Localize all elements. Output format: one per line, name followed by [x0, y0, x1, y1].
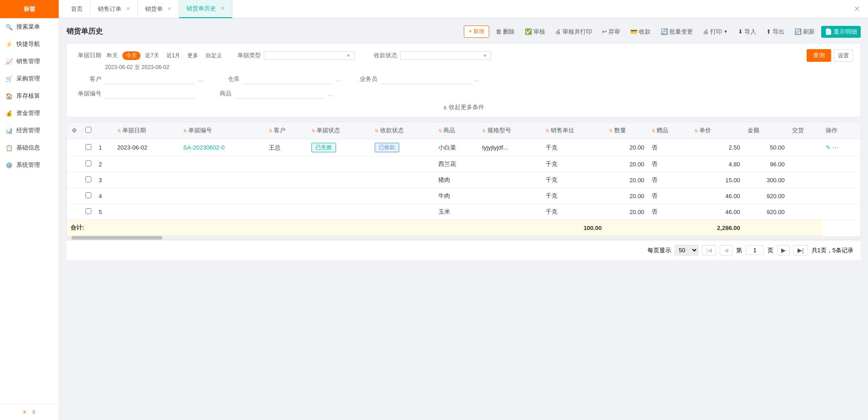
- batch-change-button[interactable]: 🔄 批量变更: [657, 26, 697, 38]
- row-doc-no[interactable]: [180, 204, 265, 220]
- table-header-checkbox[interactable]: [81, 122, 95, 139]
- row-gear: [67, 172, 81, 188]
- prev-page-button[interactable]: ◀: [720, 245, 733, 255]
- edit-button[interactable]: ✎: [826, 144, 831, 151]
- row-doc-no[interactable]: [180, 172, 265, 188]
- table-header-doc-status[interactable]: ⇅ 单据状态: [308, 122, 371, 139]
- customer-input[interactable]: [104, 74, 195, 84]
- tab-sales-goods-close[interactable]: ✕: [167, 6, 171, 12]
- doc-no-input[interactable]: [104, 89, 195, 99]
- sidebar-item-operations[interactable]: 📊 经营管理: [0, 122, 59, 139]
- collect-status-select[interactable]: ▼: [400, 51, 491, 60]
- delete-button[interactable]: 🗑 删除: [492, 26, 518, 38]
- row-qty: 20.00: [605, 156, 648, 172]
- table-header-doc-no[interactable]: ⇅ 单据编号: [180, 122, 265, 139]
- delete-icon: 🗑: [496, 28, 502, 35]
- settings-button[interactable]: 设置: [834, 49, 853, 62]
- show-detail-button[interactable]: 📄 显示明细: [821, 26, 861, 38]
- date-tag-custom[interactable]: 自定义: [203, 51, 225, 60]
- tab-home[interactable]: 首页: [64, 0, 90, 18]
- sidebar-item-inventory[interactable]: 🏠 库存核算: [0, 87, 59, 105]
- table-header-collect-status[interactable]: ⇅ 收款状态: [371, 122, 434, 139]
- row-spec: [478, 204, 542, 220]
- import-button[interactable]: ⬇ 导入: [734, 26, 760, 38]
- staff-input[interactable]: [380, 74, 471, 84]
- table-header-gift[interactable]: ⇅ 赠品: [648, 122, 691, 139]
- sidebar-item-quick-nav[interactable]: ⚡ 快捷导航: [0, 35, 59, 53]
- warehouse-input[interactable]: [242, 74, 333, 84]
- sidebar-pause-icon[interactable]: ⏸: [31, 409, 37, 415]
- date-tag-1month[interactable]: 近1月: [164, 51, 183, 60]
- table-header-doc-date[interactable]: ⇅ 单据日期: [114, 122, 180, 139]
- export-button[interactable]: ⬆ 导出: [763, 26, 788, 38]
- row-checkbox[interactable]: [81, 172, 95, 188]
- table-header-spec[interactable]: ⇅ 规格型号: [478, 122, 542, 139]
- staff-dots[interactable]: ...: [474, 75, 479, 83]
- sidebar-logo: 标签: [0, 0, 59, 18]
- page-number-input[interactable]: [746, 245, 764, 255]
- table-header-unit[interactable]: ⇅ 销售单位: [542, 122, 605, 139]
- table-header-price[interactable]: ⇅ 单价: [691, 122, 744, 139]
- print-button[interactable]: 🖨 打印 ▼: [699, 26, 732, 38]
- row-doc-no[interactable]: [180, 188, 265, 204]
- sidebar-sun-icon[interactable]: ☀: [22, 409, 27, 415]
- first-page-button[interactable]: |◀: [702, 245, 716, 255]
- tab-close-all[interactable]: ✕: [850, 5, 863, 13]
- sidebar-item-basic-info[interactable]: 📋 基础信息: [0, 139, 59, 156]
- row-select-checkbox[interactable]: [85, 176, 91, 182]
- per-page-select[interactable]: 50 20 100: [675, 245, 698, 255]
- row-gift: 否: [648, 172, 691, 188]
- customer-dots[interactable]: ...: [198, 75, 203, 83]
- row-trade: [788, 172, 822, 188]
- table-header-gear[interactable]: ⚙: [67, 122, 81, 139]
- sidebar-item-search-menu[interactable]: 🔍 搜索菜单: [0, 18, 59, 35]
- table-header-qty[interactable]: ⇅ 数量: [605, 122, 648, 139]
- date-tag-7days[interactable]: 近7天: [142, 51, 162, 60]
- row-select-checkbox[interactable]: [85, 208, 91, 214]
- row-checkbox[interactable]: [81, 188, 95, 204]
- row-select-checkbox[interactable]: [85, 160, 91, 166]
- tab-sales-history-close[interactable]: ✕: [221, 5, 225, 11]
- select-all-checkbox[interactable]: [85, 127, 91, 133]
- goods-dots[interactable]: ...: [328, 90, 333, 97]
- collect-button[interactable]: 💳 收款: [627, 26, 654, 38]
- collapse-button[interactable]: ∧ 收起更多条件: [443, 103, 484, 111]
- tab-sales-order[interactable]: 销售订单 ✕: [90, 0, 138, 18]
- audit-print-button[interactable]: 🖨 审核并打印: [552, 26, 596, 38]
- table-scrollbar[interactable]: [67, 236, 860, 240]
- scrollbar-thumb[interactable]: [71, 236, 162, 240]
- audit-button[interactable]: ✅ 审核: [521, 26, 549, 38]
- row-doc-no[interactable]: [180, 156, 265, 172]
- tab-sales-history[interactable]: 销货单历史 ✕: [179, 0, 232, 18]
- row-select-checkbox[interactable]: [85, 192, 91, 198]
- row-checkbox[interactable]: [81, 204, 95, 220]
- sidebar-item-sales[interactable]: 📈 销售管理: [0, 53, 59, 70]
- next-page-button[interactable]: ▶: [777, 245, 790, 255]
- table-header-goods[interactable]: ⇅ 商品: [435, 122, 479, 139]
- more-button[interactable]: ⋯: [833, 144, 838, 151]
- query-button[interactable]: 查询: [807, 49, 831, 62]
- date-tag-more[interactable]: 更多: [185, 51, 201, 60]
- date-tag-yesterday[interactable]: 昨天: [104, 51, 120, 60]
- row-select-checkbox[interactable]: [85, 144, 91, 150]
- new-button[interactable]: + 新增: [464, 25, 489, 38]
- tab-sales-goods[interactable]: 销货单 ✕: [138, 0, 179, 18]
- refresh-button[interactable]: 🔃 刷新: [791, 26, 818, 38]
- tab-sales-order-close[interactable]: ✕: [126, 6, 130, 12]
- row-checkbox[interactable]: [81, 139, 95, 156]
- goods-input[interactable]: [234, 89, 325, 99]
- row-checkbox[interactable]: [81, 156, 95, 172]
- staff-label: 业务员: [350, 75, 377, 83]
- sidebar-item-system[interactable]: ⚙️ 系统管理: [0, 156, 59, 174]
- sidebar-item-finance[interactable]: 💰 资金管理: [0, 105, 59, 122]
- doc-type-select[interactable]: ▼: [264, 51, 355, 60]
- date-tag-today[interactable]: 今天: [122, 51, 140, 60]
- chart-icon: 📈: [5, 58, 13, 65]
- row-doc-no[interactable]: SA-20230602-0: [180, 139, 265, 156]
- table-header-customer[interactable]: ⇅ 客户: [265, 122, 308, 139]
- last-page-button[interactable]: ▶|: [793, 245, 808, 255]
- abandon-button[interactable]: ↩ 弃审: [598, 26, 624, 38]
- warehouse-dots[interactable]: ...: [336, 75, 341, 83]
- sidebar-item-purchase[interactable]: 🛒 采购管理: [0, 70, 59, 87]
- row-amount: 920.00: [744, 188, 788, 204]
